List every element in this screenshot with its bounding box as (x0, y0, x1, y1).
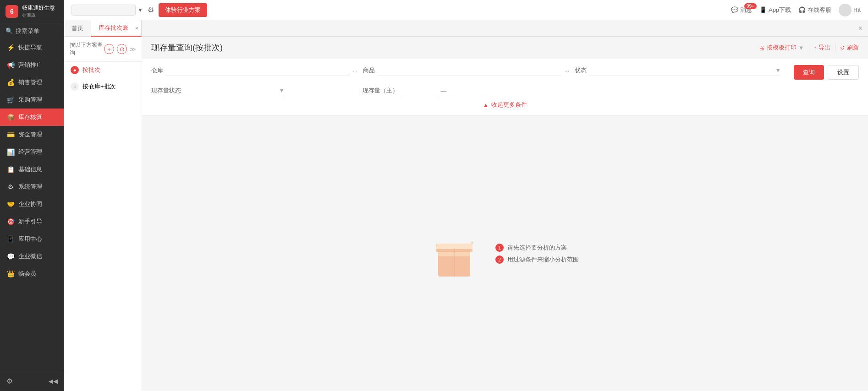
panel-collapse-icon[interactable]: ≫ (130, 46, 136, 53)
inventory-status-select[interactable]: ▼ (184, 85, 285, 96)
app-center-icon: 📱 (6, 235, 15, 243)
settings-button[interactable]: 设置 (828, 65, 859, 80)
sidebar-item-label: 销售管理 (18, 78, 42, 87)
product-field: 商品 ··· (363, 65, 569, 76)
system-icon: ⚙ (6, 183, 15, 191)
warehouse-more-icon[interactable]: ··· (352, 67, 357, 74)
sidebar-item-label: 快捷导航 (18, 43, 42, 52)
sidebar-item-shortcut[interactable]: ⚡ 快捷导航 (0, 39, 64, 56)
sidebar-item-label: 采购管理 (18, 96, 42, 104)
sidebar-item-label: 经营管理 (18, 148, 42, 156)
empty-state: ✦ ✦ 1 请先选择要分析的方案 2 用过滤条件来缩小分析范围 (142, 116, 868, 391)
inventory-amount-field: 现存量（主） — (363, 85, 568, 96)
user-avatar-area[interactable]: Rit (839, 4, 861, 16)
tab-close-icon[interactable]: × (135, 25, 138, 31)
product-more-icon[interactable]: ··· (564, 67, 569, 74)
refresh-button[interactable]: ↺ 刷新 (840, 43, 859, 52)
print-dropdown-icon[interactable]: ▼ (798, 44, 804, 51)
svg-rect-4 (436, 249, 472, 252)
plan-active-dot: ● (71, 66, 79, 74)
svg-text:✦: ✦ (470, 240, 474, 245)
sidebar-search[interactable]: 🔍 搜索菜单 (0, 23, 64, 39)
finance-icon: 💳 (6, 130, 15, 139)
sidebar-item-newbie[interactable]: 🎯 新手引导 (0, 213, 64, 230)
svg-text:✦: ✦ (435, 244, 438, 248)
product-input[interactable] (378, 65, 561, 76)
divider (809, 44, 809, 51)
settings-icon[interactable]: ⚙ (6, 377, 13, 386)
search-input[interactable] (71, 5, 136, 16)
sidebar-item-wechat[interactable]: 💬 企业微信 (0, 248, 64, 265)
basic-icon: 📋 (6, 165, 15, 174)
search-dropdown-icon[interactable]: ▼ (137, 7, 143, 13)
add-plan-button[interactable]: + (104, 44, 114, 54)
query-button[interactable]: 查询 (794, 65, 824, 80)
range-to-input[interactable] (449, 85, 486, 96)
sidebar-item-member[interactable]: 👑 畅会员 (0, 265, 64, 282)
warehouse-input[interactable] (166, 65, 350, 76)
sidebar-item-sales[interactable]: 💰 销售管理 (0, 74, 64, 91)
sidebar-item-app-center[interactable]: 📱 应用中心 (0, 230, 64, 248)
search-label: 搜索菜单 (16, 27, 39, 35)
online-support-label: 在线客服 (808, 6, 831, 14)
left-panel-header: 按以下方案查询 + ⊙ ≫ (64, 37, 142, 62)
tab-batch-label: 库存批次账 (99, 24, 128, 32)
plan-label: 按批次 (82, 66, 100, 74)
avatar (839, 4, 852, 16)
sidebar-item-label: 新手引导 (18, 217, 42, 226)
sidebar-item-basic[interactable]: 📋 基础信息 (0, 161, 64, 178)
plan-settings-button[interactable]: ⊙ (117, 44, 127, 54)
export-button[interactable]: ↑ 导出 (814, 43, 831, 52)
sidebar-item-enterprise[interactable]: 🤝 企业协同 (0, 196, 64, 213)
empty-hint-2: 2 用过滤条件来缩小分析范围 (495, 255, 579, 264)
main-area: ▼ ⚙ 体验行业方案 💬 消息 99+ 📱 App下载 🎧 在线客服 Rit (64, 0, 868, 391)
inventory-status-label: 现存量状态 (151, 87, 181, 95)
sidebar-item-purchase[interactable]: 🛒 采购管理 (0, 91, 64, 109)
page-header-actions: 🖨 按模板打印 ▼ ↑ 导出 ↺ 刷新 (759, 43, 859, 52)
collapse-btn[interactable]: ◀◀ (49, 378, 58, 385)
topbar-right: 💬 消息 99+ 📱 App下载 🎧 在线客服 Rit (731, 4, 861, 16)
sidebar-header: 6 畅康通好生意 标准版 (0, 0, 64, 23)
sidebar-item-system[interactable]: ⚙ 系统管理 (0, 178, 64, 196)
empty-hints: 1 请先选择要分析的方案 2 用过滤条件来缩小分析范围 (495, 244, 579, 264)
refresh-label: 刷新 (847, 43, 859, 52)
sidebar-item-finance[interactable]: 💳 资金管理 (0, 126, 64, 143)
sidebar-item-inventory[interactable]: 📦 库存核算 (0, 109, 64, 126)
sidebar-item-label: 企业协同 (18, 200, 42, 208)
trial-button[interactable]: 体验行业方案 (159, 3, 207, 17)
status-select[interactable]: ▼ (589, 65, 781, 76)
hint-number-1: 1 (495, 244, 504, 252)
sales-icon: 💰 (6, 78, 15, 87)
headset-icon: 🎧 (798, 6, 806, 13)
gear-icon[interactable]: ⚙ (148, 5, 154, 14)
enterprise-icon: 🤝 (6, 200, 15, 208)
global-tab-close-button[interactable]: × (853, 24, 868, 33)
app-download-button[interactable]: 📱 App下载 (759, 6, 791, 14)
search-icon: 🔍 (5, 27, 13, 34)
hint-number-2: 2 (495, 255, 504, 264)
collapse-label[interactable]: 收起更多条件 (491, 101, 527, 109)
hint-text-1: 请先选择要分析的方案 (507, 244, 567, 252)
sidebar-navigation: ⚡ 快捷导航 📢 营销推广 💰 销售管理 🛒 采购管理 📦 库存核算 💳 资金管… (0, 39, 64, 371)
tabs-bar: 首页 库存批次账 × × (64, 20, 868, 37)
tab-home-label: 首页 (71, 24, 83, 33)
print-button[interactable]: 🖨 按模板打印 ▼ (759, 43, 804, 52)
sidebar-item-marketing[interactable]: 📢 营销推广 (0, 56, 64, 74)
inventory-status-dropdown-icon: ▼ (279, 87, 285, 94)
empty-hint-1: 1 请先选择要分析的方案 (495, 244, 579, 252)
print-icon: 🖨 (759, 44, 765, 51)
plan-item-batch[interactable]: ● 按批次 (64, 62, 142, 78)
message-icon: 💬 (731, 6, 738, 13)
range-from-input[interactable] (401, 85, 438, 96)
sidebar-item-label: 基础信息 (18, 165, 42, 174)
tab-batch[interactable]: 库存批次账 × (91, 20, 142, 37)
messages-badge: 99+ (744, 3, 757, 9)
sidebar-footer: ⚙ ◀◀ (0, 371, 64, 391)
tab-home[interactable]: 首页 (64, 20, 91, 37)
search-input-area: ▼ (71, 5, 143, 16)
plan-item-warehouse-batch[interactable]: ○ 按仓库+批次 (64, 78, 142, 95)
sidebar-item-operations[interactable]: 📊 经营管理 (0, 143, 64, 161)
inventory-amount-label: 现存量（主） (363, 87, 398, 95)
online-support-button[interactable]: 🎧 在线客服 (798, 6, 831, 14)
messages-button[interactable]: 💬 消息 99+ (731, 6, 752, 14)
